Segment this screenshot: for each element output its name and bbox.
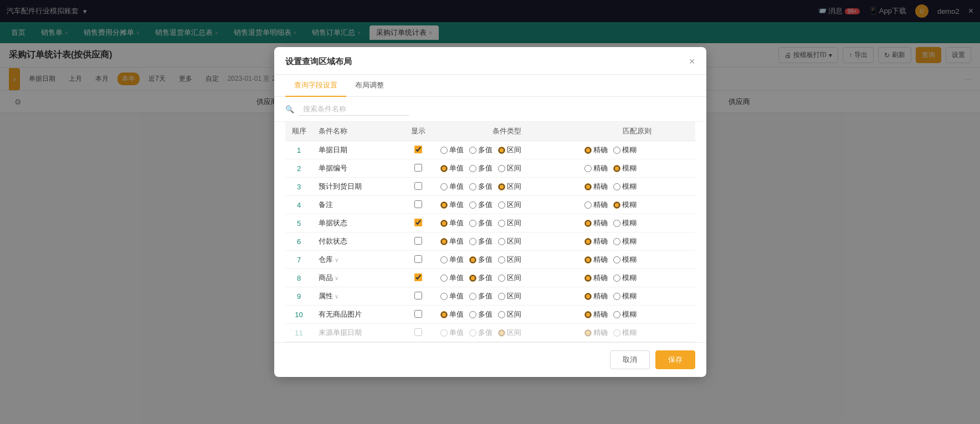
th-match: 匹配原则 [579, 122, 695, 141]
display-checkbox[interactable] [414, 292, 422, 299]
display-checkbox[interactable] [414, 328, 422, 336]
row-type-cell: 单值多值区间 [435, 214, 579, 232]
type-radio-item[interactable]: 多值 [469, 200, 492, 210]
match-radio-item[interactable]: 模糊 [613, 145, 637, 155]
display-checkbox[interactable] [414, 200, 422, 208]
dialog-tabs: 查询字段设置 布局调整 [274, 75, 706, 97]
row-type-cell: 单值多值区间 [435, 306, 579, 324]
type-radio-item[interactable]: 单值 [440, 309, 464, 319]
display-checkbox[interactable] [414, 182, 422, 190]
display-checkbox[interactable] [414, 164, 422, 172]
type-radio-item[interactable]: 单值 [440, 182, 464, 192]
row-match-cell: 精确模糊 [579, 324, 695, 342]
type-radio-item[interactable]: 单值 [440, 328, 464, 338]
row-order: 7 [285, 251, 313, 269]
row-order: 9 [285, 287, 313, 306]
display-checkbox[interactable] [414, 310, 422, 318]
type-radio-item[interactable]: 多值 [469, 236, 492, 246]
type-radio-item[interactable]: 多值 [469, 182, 492, 192]
cancel-btn[interactable]: 取消 [610, 350, 650, 369]
row-condition-name: 预计到货日期 [313, 178, 402, 196]
display-checkbox[interactable] [414, 219, 422, 226]
type-radio-item[interactable]: 单值 [440, 163, 464, 173]
type-radio-item[interactable]: 区间 [498, 182, 521, 192]
row-display-checkbox-cell [402, 214, 435, 232]
row-order: 1 [285, 141, 313, 159]
match-radio-item[interactable]: 精确 [584, 309, 608, 319]
type-radio-item[interactable]: 区间 [498, 236, 521, 246]
match-radio-item[interactable]: 精确 [584, 236, 608, 246]
type-radio-item[interactable]: 单值 [440, 200, 464, 210]
match-radio-item[interactable]: 模糊 [613, 200, 637, 210]
dialog-close-btn[interactable]: × [689, 56, 695, 74]
row-match-cell: 精确模糊 [579, 306, 695, 324]
row-match-cell: 精确模糊 [579, 232, 695, 251]
match-radio-item[interactable]: 精确 [584, 145, 608, 155]
display-checkbox[interactable] [414, 146, 422, 153]
match-radio-item[interactable]: 精确 [584, 218, 608, 228]
type-radio-item[interactable]: 区间 [498, 255, 521, 265]
type-radio-item[interactable]: 单值 [440, 145, 464, 155]
display-checkbox[interactable] [414, 255, 422, 263]
table-row: 3预计到货日期单值多值区间精确模糊 [285, 178, 695, 196]
match-radio-item[interactable]: 精确 [584, 291, 608, 301]
type-radio-item[interactable]: 多值 [469, 145, 492, 155]
type-radio-item[interactable]: 多值 [469, 218, 492, 228]
type-radio-item[interactable]: 区间 [498, 291, 521, 301]
row-condition-name: 单据日期 [313, 141, 402, 159]
dialog-table: 顺序 条件名称 显示 条件类型 匹配原则 1单据日期单值多值区间精确模糊2单据编… [285, 122, 695, 342]
match-radio-item[interactable]: 精确 [584, 182, 608, 192]
row-condition-name: 单据编号 [313, 159, 402, 178]
row-display-checkbox-cell [402, 269, 435, 287]
type-radio-item[interactable]: 单值 [440, 291, 464, 301]
match-radio-item[interactable]: 模糊 [613, 328, 637, 338]
dialog-tab-layout[interactable]: 布局调整 [346, 75, 393, 97]
row-display-checkbox-cell [402, 232, 435, 251]
row-display-checkbox-cell [402, 324, 435, 342]
match-radio-item[interactable]: 精确 [584, 163, 608, 173]
match-radio-item[interactable]: 精确 [584, 328, 608, 338]
match-radio-item[interactable]: 模糊 [613, 182, 637, 192]
row-condition-name: 仓库 ∨ [313, 251, 402, 269]
type-radio-item[interactable]: 区间 [498, 145, 521, 155]
match-radio-item[interactable]: 精确 [584, 255, 608, 265]
dialog-table-wrap: 顺序 条件名称 显示 条件类型 匹配原则 1单据日期单值多值区间精确模糊2单据编… [274, 122, 706, 342]
th-display: 显示 [402, 122, 435, 141]
type-radio-item[interactable]: 区间 [498, 200, 521, 210]
match-radio-item[interactable]: 模糊 [613, 163, 637, 173]
row-display-checkbox-cell [402, 159, 435, 178]
type-radio-item[interactable]: 区间 [498, 273, 521, 283]
type-radio-item[interactable]: 多值 [469, 255, 492, 265]
type-radio-item[interactable]: 多值 [469, 163, 492, 173]
type-radio-item[interactable]: 区间 [498, 328, 521, 338]
match-radio-item[interactable]: 模糊 [613, 309, 637, 319]
table-row: 10有无商品图片单值多值区间精确模糊 [285, 306, 695, 324]
display-checkbox[interactable] [414, 237, 422, 245]
match-radio-item[interactable]: 精确 [584, 200, 608, 210]
row-match-cell: 精确模糊 [579, 287, 695, 306]
table-row: 7仓库 ∨单值多值区间精确模糊 [285, 251, 695, 269]
match-radio-item[interactable]: 模糊 [613, 218, 637, 228]
match-radio-item[interactable]: 模糊 [613, 236, 637, 246]
match-radio-item[interactable]: 模糊 [613, 255, 637, 265]
type-radio-item[interactable]: 单值 [440, 255, 464, 265]
type-radio-item[interactable]: 区间 [498, 309, 521, 319]
type-radio-item[interactable]: 多值 [469, 309, 492, 319]
save-btn[interactable]: 保存 [655, 350, 695, 369]
type-radio-item[interactable]: 区间 [498, 163, 521, 173]
match-radio-item[interactable]: 精确 [584, 273, 608, 283]
type-radio-item[interactable]: 区间 [498, 218, 521, 228]
type-radio-item[interactable]: 多值 [469, 273, 492, 283]
type-radio-item[interactable]: 单值 [440, 218, 464, 228]
display-checkbox[interactable] [414, 273, 422, 281]
row-type-cell: 单值多值区间 [435, 141, 579, 159]
type-radio-item[interactable]: 单值 [440, 273, 464, 283]
dialog-tab-query-fields[interactable]: 查询字段设置 [285, 75, 346, 97]
type-radio-item[interactable]: 多值 [469, 291, 492, 301]
type-radio-item[interactable]: 单值 [440, 236, 464, 246]
dialog: 设置查询区域布局 × 查询字段设置 布局调整 🔍 顺序 条件名称 [274, 47, 706, 377]
match-radio-item[interactable]: 模糊 [613, 273, 637, 283]
type-radio-item[interactable]: 多值 [469, 328, 492, 338]
search-input[interactable] [299, 102, 409, 116]
match-radio-item[interactable]: 模糊 [613, 291, 637, 301]
